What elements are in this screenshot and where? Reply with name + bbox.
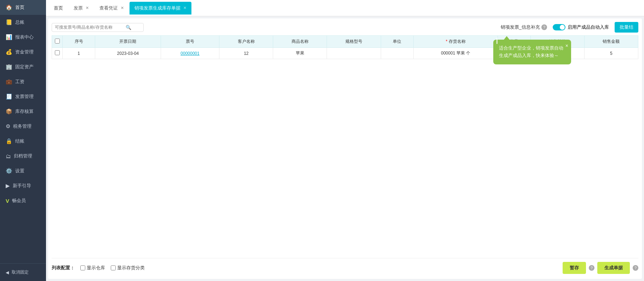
- home-icon: 🏠: [6, 4, 12, 11]
- sidebar-item-member[interactable]: V 畅会员: [0, 193, 46, 208]
- info-icon: ?: [541, 24, 547, 30]
- generate-help-icon[interactable]: ?: [633, 265, 638, 271]
- content-area: 🔍 销项发票_信息补充 ? 启用产成品自动入库 批量结: [48, 18, 642, 279]
- sidebar: 🏠 首页 📒 总账 📊 报表中心 💰 资金管理 🏢 固定资产 💼 工资 🧾 发票…: [0, 0, 46, 281]
- show-category-checkbox[interactable]: [111, 265, 116, 270]
- sidebar-label-invoice-mgmt: 发票管理: [15, 93, 34, 100]
- search-input[interactable]: [55, 25, 126, 30]
- batch-button[interactable]: 批量结: [615, 22, 638, 33]
- sidebar-item-archive[interactable]: 🗂 归档管理: [0, 149, 46, 164]
- auto-inbound-toggle[interactable]: [553, 24, 565, 30]
- sidebar-item-settings[interactable]: ⚙️ 设置: [0, 164, 46, 178]
- toggle-wrapper: 启用产成品自动入库: [553, 24, 609, 30]
- right-toolbar: 销项发票_信息补充 ? 启用产成品自动入库 批量结: [501, 22, 638, 33]
- tab-voucher[interactable]: 查看凭证 ✕: [94, 2, 129, 15]
- col-checkbox: [52, 36, 63, 48]
- col-unit: 单位: [381, 36, 413, 48]
- sidebar-item-reports[interactable]: 📊 报表中心: [0, 30, 46, 45]
- row-spec: [327, 48, 381, 59]
- cancel-pin-button[interactable]: ◀ 取消固定: [0, 266, 46, 278]
- col-date: 开票日期: [95, 36, 161, 48]
- select-all-checkbox[interactable]: [55, 39, 60, 44]
- row-date: 2023-03-04: [95, 48, 161, 59]
- tab-cancel-invoice-label: 销项发票生成库存单据: [134, 5, 180, 11]
- row-checkbox[interactable]: [55, 50, 60, 55]
- tab-bar: 首页 发票 ✕ 查看凭证 ✕ 销项发票生成库存单据 ✕: [46, 0, 644, 16]
- settings-icon: ⚙️: [6, 168, 12, 174]
- tooltip-close-button[interactable]: ×: [565, 42, 568, 50]
- sidebar-label-funds: 资金管理: [15, 49, 34, 55]
- col-spec: 规格型号: [327, 36, 381, 48]
- tab-home[interactable]: 首页: [49, 2, 68, 15]
- show-warehouse-checkbox[interactable]: [80, 265, 85, 270]
- show-category-label[interactable]: 显示存货分类: [111, 265, 145, 271]
- row-seq: 1: [63, 48, 95, 59]
- info-label-text: 销项发票_信息补充: [501, 24, 540, 30]
- row-number[interactable]: 00000001: [161, 48, 219, 59]
- sidebar-label-guide: 新手引导: [13, 183, 31, 189]
- sidebar-label-archive: 归档管理: [14, 153, 32, 159]
- row-checkbox-cell[interactable]: [52, 48, 63, 59]
- cancel-pin-icon: ◀: [6, 270, 9, 275]
- guide-icon: ▶: [6, 183, 10, 189]
- show-category-text: 显示存货分类: [117, 265, 145, 271]
- member-icon: V: [6, 198, 9, 204]
- sidebar-label-inventory: 库存核算: [15, 108, 34, 115]
- bottom-bar: 列表配置： 显示仓库 显示存货分类 暂存 ? 生成单据 ?: [52, 258, 638, 275]
- tax-icon: ⚙: [6, 123, 10, 130]
- reports-icon: 📊: [6, 34, 12, 40]
- sidebar-label-closing: 结账: [15, 138, 24, 144]
- tab-home-label: 首页: [54, 5, 63, 11]
- sidebar-item-inventory[interactable]: 📦 库存核算: [0, 104, 46, 119]
- show-warehouse-text: 显示仓库: [87, 265, 105, 271]
- col-product: 商品名称: [273, 36, 327, 48]
- sidebar-item-ledger[interactable]: 📒 总账: [0, 15, 46, 30]
- sidebar-item-guide[interactable]: ▶ 新手引导: [0, 178, 46, 193]
- toolbar-row: 🔍 销项发票_信息补充 ? 启用产成品自动入库 批量结: [52, 22, 638, 33]
- archive-icon: 🗂: [6, 153, 11, 159]
- cancel-pin-label: 取消固定: [12, 269, 29, 275]
- tab-cancel-invoice-close[interactable]: ✕: [183, 6, 186, 10]
- sidebar-item-invoice-mgmt[interactable]: 🧾 发票管理: [0, 89, 46, 104]
- tab-voucher-close[interactable]: ✕: [121, 6, 124, 10]
- tab-invoice-label: 发票: [74, 5, 83, 11]
- sidebar-item-fixed-assets[interactable]: 🏢 固定资产: [0, 59, 46, 74]
- closing-icon: 🔒: [6, 138, 12, 144]
- sidebar-item-funds[interactable]: 💰 资金管理: [0, 45, 46, 59]
- col-amount: 销售金额: [584, 36, 638, 48]
- save-button[interactable]: 暂存: [563, 262, 586, 274]
- invoice-number-link[interactable]: 00000001: [180, 51, 199, 56]
- sidebar-item-closing[interactable]: 🔒 结账: [0, 134, 46, 149]
- inventory-icon: 📦: [6, 108, 12, 115]
- invoice-mgmt-icon: 🧾: [6, 93, 12, 100]
- sidebar-label-tax: 税务管理: [13, 123, 31, 130]
- sidebar-label-home: 首页: [15, 4, 24, 11]
- sidebar-item-tax[interactable]: ⚙ 税务管理: [0, 119, 46, 134]
- row-customer: 12: [219, 48, 273, 59]
- tab-invoice[interactable]: 发票 ✕: [69, 2, 94, 15]
- tooltip-indicator: |: [496, 35, 498, 46]
- sidebar-label-settings: 设置: [15, 168, 24, 174]
- toggle-label: 启用产成品自动入库: [568, 24, 609, 30]
- generate-button[interactable]: 生成单据: [597, 262, 630, 274]
- ledger-icon: 📒: [6, 19, 12, 25]
- row-product: 苹果: [273, 48, 327, 59]
- row-amount: 5: [584, 48, 638, 59]
- row-inventory: 000001 苹果 个: [413, 48, 498, 59]
- tab-cancel-invoice[interactable]: 销项发票生成库存单据 ✕: [130, 2, 191, 15]
- sidebar-label-fixed-assets: 固定资产: [15, 64, 34, 70]
- show-warehouse-label[interactable]: 显示仓库: [80, 265, 105, 271]
- tooltip-popup: | × 适合生产型企业，销项发票自动生成产成品入库，快来体验～: [493, 40, 571, 64]
- funds-icon: 💰: [6, 49, 12, 55]
- main-area: 首页 发票 ✕ 查看凭证 ✕ 销项发票生成库存单据 ✕ 🔍 销项发票_信息补充: [46, 0, 644, 281]
- col-customer: 客户名称: [219, 36, 273, 48]
- search-box[interactable]: 🔍: [52, 23, 144, 32]
- tab-invoice-close[interactable]: ✕: [86, 6, 89, 10]
- sidebar-item-home[interactable]: 🏠 首页: [0, 0, 46, 15]
- col-seq: 序号: [63, 36, 95, 48]
- save-help-icon[interactable]: ?: [589, 265, 594, 271]
- row-unit: [381, 48, 413, 59]
- sidebar-label-member: 畅会员: [12, 197, 26, 204]
- sidebar-label-payroll: 工资: [15, 79, 24, 85]
- sidebar-item-payroll[interactable]: 💼 工资: [0, 74, 46, 89]
